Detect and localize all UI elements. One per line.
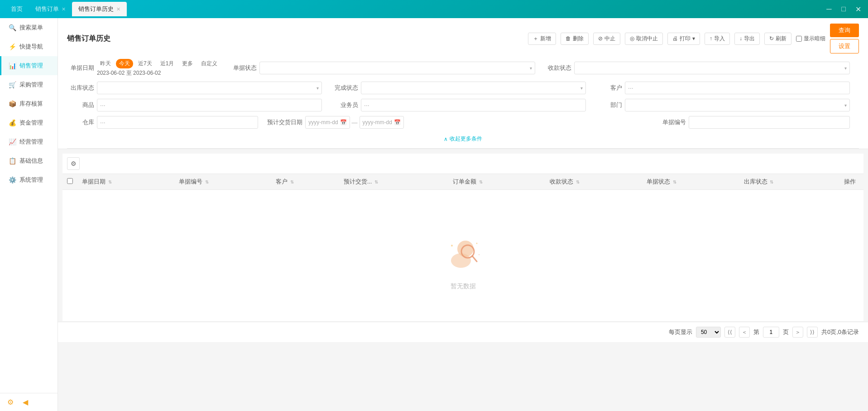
outbound-status-arrow: ▾ [317, 86, 319, 91]
th-expected-delivery-label: 预计交货... [344, 178, 372, 185]
cancel-stop-button[interactable]: ◎ 取消中止 [625, 33, 663, 45]
department-arrow: ▾ [844, 103, 847, 108]
export-button[interactable]: ↓ 导出 [734, 33, 760, 45]
date-tag-custom[interactable]: 自定义 [198, 59, 221, 68]
query-button[interactable]: 查询 [830, 24, 859, 37]
order-status-control[interactable]: ▾ [259, 62, 535, 74]
date-tag-today[interactable]: 今天 [116, 59, 133, 68]
complete-status-arrow: ▾ [580, 86, 583, 91]
date-filter-group: 昨天 今天 近7天 近1月 更多 自定义 2023-06-02 至 2023-0… [97, 59, 221, 77]
sidebar-item-purchase-mgmt[interactable]: 🛒 采购管理 [0, 75, 58, 94]
th-order-amount-label: 订单金额 [453, 178, 476, 185]
delivery-date-from[interactable]: yyyy-mm-dd 📅 [305, 116, 350, 129]
filter-row-4: 仓库 ··· 预计交货日期 yyyy-mm-dd 📅 — [67, 116, 859, 129]
th-order-amount[interactable]: 订单金额 ⇅ [448, 174, 545, 190]
select-all-checkbox[interactable] [67, 178, 73, 184]
customer-ellipsis[interactable]: ··· [628, 84, 633, 92]
sidebar-item-sales-mgmt[interactable]: 📊 销售管理 [0, 56, 58, 75]
sidebar-item-system[interactable]: ⚙️ 系统管理 [0, 170, 58, 189]
goods-ellipsis[interactable]: ··· [100, 102, 106, 109]
date-tag-more[interactable]: 更多 [179, 59, 196, 68]
print-button[interactable]: 🖨 打印 ▾ [667, 33, 700, 45]
order-no-control[interactable] [689, 116, 850, 129]
set-button[interactable]: 设置 [830, 39, 859, 53]
th-outbound-status[interactable]: 出库状态 ⇅ [739, 174, 836, 190]
salesperson-control[interactable]: ··· [361, 99, 586, 111]
th-payment-status-label: 收款状态 [550, 178, 573, 185]
collapse-more[interactable]: ∧ 收起更多条件 [67, 133, 859, 145]
outbound-status-label: 出库状态 [67, 84, 94, 92]
refresh-icon: ↻ [769, 35, 774, 42]
th-date[interactable]: 单据日期 ⇅ [77, 174, 174, 190]
th-expected-delivery[interactable]: 预计交货... ⇅ [339, 174, 448, 190]
th-order-no[interactable]: 单据编号 ⇅ [174, 174, 271, 190]
payment-status-control[interactable]: ▾ [574, 62, 850, 74]
sidebar-item-operations[interactable]: 📈 经营管理 [0, 132, 58, 151]
sidebar-item-system-label: 系统管理 [19, 176, 43, 184]
checkbox-th [62, 174, 77, 190]
warehouse-ellipsis[interactable]: ··· [100, 119, 106, 126]
date-range-inputs: yyyy-mm-dd 📅 — yyyy-mm-dd 📅 [305, 116, 404, 129]
sidebar-item-inventory[interactable]: 📦 库存核算 [0, 94, 58, 113]
minimize-icon[interactable]: ─ [824, 4, 834, 15]
toolbar: ＋ 新增 🗑 删除 ⊘ 中止 ◎ 取消中止 [528, 24, 859, 53]
salesperson-label: 业务员 [331, 101, 358, 109]
delivery-date-to[interactable]: yyyy-mm-dd 📅 [360, 116, 404, 129]
sidebar-item-basic-info[interactable]: 📋 基础信息 [0, 151, 58, 170]
stop-button[interactable]: ⊘ 中止 [593, 33, 620, 45]
department-control[interactable]: ▾ [625, 99, 850, 111]
filter-row-2: 出库状态 ▾ 完成状态 ▾ 客户 ··· [67, 82, 859, 94]
sidebar-item-finance[interactable]: 💰 资金管理 [0, 113, 58, 132]
tab-sales-order-close[interactable]: ✕ [62, 6, 66, 12]
outbound-status-control[interactable]: ▾ [97, 82, 322, 94]
th-customer[interactable]: 客户 ⇅ [271, 174, 339, 190]
finance-icon: 💰 [9, 119, 16, 126]
delete-icon: 🗑 [566, 35, 571, 42]
sidebar-item-basic-info-label: 基础信息 [19, 157, 43, 165]
date-tag-7days[interactable]: 近7天 [135, 59, 155, 68]
date-tag-yesterday[interactable]: 昨天 [97, 59, 114, 68]
tab-home[interactable]: 首页 [5, 2, 29, 16]
th-order-status[interactable]: 单据状态 ⇅ [642, 174, 739, 190]
sidebar-settings-icon[interactable]: ⚙ [7, 398, 14, 406]
display-cols-toggle[interactable]: 显示暗细 [796, 35, 825, 43]
new-icon: ＋ [533, 35, 538, 43]
inventory-icon: 📦 [9, 100, 16, 107]
sidebar-collapse-icon[interactable]: ◀ [23, 398, 28, 406]
print-icon: 🖨 [672, 35, 678, 42]
export-label: 导出 [744, 35, 755, 43]
refresh-button[interactable]: ↻ 刷新 [764, 33, 791, 45]
order-no-label: 单据编号 [659, 118, 686, 126]
first-page-button[interactable]: ⟨⟨ [724, 327, 735, 338]
tab-sales-order-history-close[interactable]: ✕ [116, 6, 120, 12]
tab-sales-order-history[interactable]: 销售订单历史 ✕ [72, 2, 127, 16]
next-page-button[interactable]: ＞ [792, 327, 803, 338]
import-button[interactable]: ↑ 导入 [705, 33, 730, 45]
maximize-icon[interactable]: □ [838, 4, 849, 15]
close-window-icon[interactable]: ✕ [853, 4, 863, 15]
new-button[interactable]: ＋ 新增 [528, 33, 556, 45]
warehouse-control[interactable]: ··· [97, 116, 258, 129]
page-number-input[interactable] [763, 327, 779, 338]
sidebar-bottom: ⚙ ◀ [0, 393, 58, 411]
payment-status-arrow: ▾ [844, 66, 847, 71]
display-cols-checkbox[interactable] [796, 36, 802, 42]
customer-control[interactable]: ··· [625, 82, 850, 94]
th-payment-status[interactable]: 收款状态 ⇅ [545, 174, 642, 190]
delivery-from-cal-icon: 📅 [340, 119, 347, 126]
last-page-button[interactable]: ⟩⟩ [807, 327, 818, 338]
sidebar-item-search-menu[interactable]: 🔍 搜索菜单 [0, 18, 58, 37]
prev-page-button[interactable]: ＜ [739, 327, 750, 338]
sidebar-item-quick-nav[interactable]: ⚡ 快捷导航 [0, 37, 58, 56]
tab-sales-order[interactable]: 销售订单 ✕ [29, 2, 72, 16]
first-page-icon: ⟨⟨ [728, 329, 732, 335]
table-settings-button[interactable]: ⚙ [67, 157, 80, 170]
salesperson-ellipsis[interactable]: ··· [364, 102, 369, 109]
date-range-text: 2023-06-02 至 2023-06-02 [97, 69, 221, 77]
order-no-input[interactable] [692, 119, 847, 126]
per-page-select[interactable]: 50 10 20 100 [696, 327, 721, 338]
delete-button[interactable]: 🗑 删除 [561, 33, 589, 45]
complete-status-control[interactable]: ▾ [361, 82, 586, 94]
date-tag-1month[interactable]: 近1月 [157, 59, 177, 68]
goods-control[interactable]: ··· [97, 99, 322, 111]
